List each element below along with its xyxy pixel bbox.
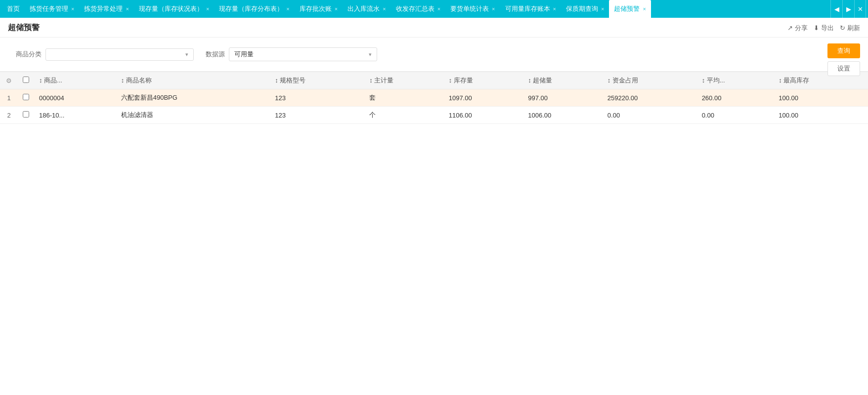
row-checkbox-cell: [18, 89, 34, 107]
export-icon: ⬇: [814, 24, 819, 32]
data-table: ⚙ ↕ 商品... ↕ 商品名称 ↕ 规格型号 ↕ 主计量: [0, 72, 868, 124]
column-stock-label: ↕ 库存量: [449, 77, 473, 84]
close-icon[interactable]: ×: [492, 6, 495, 12]
row-checkbox-cell: [18, 107, 34, 124]
datasource-filter: 数据源 可用量 ▾: [206, 47, 377, 61]
max-stock: 100.00: [774, 89, 868, 107]
column-stock[interactable]: ↕ 库存量: [444, 72, 523, 89]
column-product-code[interactable]: ↕ 商品...: [34, 72, 116, 89]
close-icon[interactable]: ×: [126, 6, 129, 12]
avg: 0.00: [697, 107, 774, 124]
datasource-label: 数据源: [206, 50, 225, 59]
nav-arrows: ◀ ▶ ✕: [830, 0, 866, 18]
close-icon[interactable]: ×: [643, 6, 646, 12]
filter-area: 商品分类 ▾ 数据源 可用量 ▾: [8, 41, 860, 67]
spec: 123: [270, 89, 364, 107]
share-icon: ↗: [787, 24, 793, 32]
nav-batch-account[interactable]: 库存批次账 ×: [295, 0, 343, 18]
row-checkbox[interactable]: [23, 111, 29, 118]
column-unit-label: ↕ 主计量: [369, 77, 393, 84]
over-stock: 1006.00: [523, 107, 603, 124]
column-spec-label: ↕ 规格型号: [275, 77, 305, 84]
nav-inout-flow[interactable]: 出入库流水 ×: [343, 0, 391, 18]
close-icon[interactable]: ×: [601, 6, 604, 12]
nav-order-stats[interactable]: 要货单统计表 ×: [445, 0, 500, 18]
page-title: 超储预警: [8, 23, 40, 33]
column-max-stock-label: ↕ 最高库存: [779, 77, 809, 84]
table-body: 1 0000004 六配套新昌490BPG 123 套 1097.00 997.…: [0, 89, 868, 124]
capital: 259220.00: [603, 89, 697, 107]
nav-close-arrow[interactable]: ✕: [854, 0, 866, 18]
avg: 260.00: [697, 89, 774, 107]
column-gear: ⚙: [0, 72, 18, 89]
gear-icon[interactable]: ⚙: [6, 77, 12, 84]
close-icon[interactable]: ×: [553, 6, 556, 12]
max-stock: 100.00: [774, 107, 868, 124]
close-icon[interactable]: ×: [206, 6, 209, 12]
category-filter: 商品分类 ▾: [16, 48, 194, 61]
top-nav: 首页 拣货任务管理 × 拣货异常处理 × 现存量（库存状况表） × 现存量（库存…: [0, 0, 868, 18]
column-avg[interactable]: ↕ 平均...: [697, 72, 774, 89]
nav-pick-exception[interactable]: 拣货异常处理 ×: [79, 0, 133, 18]
row-checkbox[interactable]: [23, 94, 29, 100]
product-name: 六配套新昌490BPG: [116, 89, 270, 107]
share-button[interactable]: ↗ 分享: [787, 24, 808, 33]
over-stock: 997.00: [523, 89, 603, 107]
column-unit[interactable]: ↕ 主计量: [364, 72, 444, 89]
nav-receive-summary[interactable]: 收发存汇总表 ×: [391, 0, 445, 18]
nav-pick-task[interactable]: 拣货任务管理 ×: [25, 0, 79, 18]
unit: 个: [364, 107, 444, 124]
column-capital-label: ↕ 资金占用: [608, 77, 638, 84]
column-spec[interactable]: ↕ 规格型号: [270, 72, 364, 89]
nav-stock-dist[interactable]: 现存量（库存分布表） ×: [214, 0, 294, 18]
nav-overstock-warning[interactable]: 超储预警 ×: [609, 0, 651, 18]
filter-row: 商品分类 ▾ 数据源 可用量 ▾ 查询 设置: [0, 38, 868, 72]
table-row: 1 0000004 六配套新昌490BPG 123 套 1097.00 997.…: [0, 89, 868, 107]
column-product-name[interactable]: ↕ 商品名称: [116, 72, 270, 89]
page-header: 超储预警 ↗ 分享 ⬇ 导出 ↻ 刷新: [0, 18, 868, 38]
settings-button[interactable]: 设置: [827, 61, 860, 76]
nav-quality-query[interactable]: 保质期查询 ×: [561, 0, 609, 18]
spec: 123: [270, 107, 364, 124]
datasource-select-value: 可用量: [234, 50, 254, 59]
category-label: 商品分类: [16, 50, 42, 59]
query-button[interactable]: 查询: [827, 43, 860, 58]
column-capital[interactable]: ↕ 资金占用: [603, 72, 697, 89]
close-icon[interactable]: ×: [286, 6, 289, 12]
column-over-stock-label: ↕ 超储量: [528, 77, 552, 84]
product-name: 机油滤清器: [116, 107, 270, 124]
column-avg-label: ↕ 平均...: [702, 77, 725, 84]
refresh-icon: ↻: [840, 24, 845, 32]
close-icon[interactable]: ×: [335, 6, 338, 12]
close-icon[interactable]: ×: [383, 6, 386, 12]
chevron-down-icon: ▾: [369, 51, 372, 58]
column-product-name-label: ↕ 商品名称: [121, 77, 152, 84]
row-number: 1: [0, 89, 18, 107]
nav-available-stock[interactable]: 可用量库存账本 ×: [500, 0, 561, 18]
stock: 1097.00: [444, 89, 523, 107]
row-number: 2: [0, 107, 18, 124]
product-code: 0000004: [34, 89, 116, 107]
close-icon[interactable]: ×: [437, 6, 440, 12]
nav-stock-status[interactable]: 现存量（库存状况表） ×: [134, 0, 214, 18]
page-content: 超储预警 ↗ 分享 ⬇ 导出 ↻ 刷新 商品分类 ▾: [0, 18, 868, 395]
category-select-value: [51, 51, 53, 58]
select-all-checkbox[interactable]: [23, 77, 29, 83]
table-row: 2 186-10... 机油滤清器 123 个 1106.00 1006.00 …: [0, 107, 868, 124]
refresh-button[interactable]: ↻ 刷新: [840, 24, 860, 33]
chevron-down-icon: ▾: [185, 51, 188, 58]
nav-home[interactable]: 首页: [2, 0, 25, 18]
column-checkbox: [18, 72, 34, 89]
column-over-stock[interactable]: ↕ 超储量: [523, 72, 603, 89]
product-code: 186-10...: [34, 107, 116, 124]
export-button[interactable]: ⬇ 导出: [814, 24, 834, 33]
category-select[interactable]: ▾: [45, 48, 194, 61]
column-product-code-label: ↕ 商品...: [39, 77, 62, 84]
close-icon[interactable]: ×: [71, 6, 74, 12]
table-header-row: ⚙ ↕ 商品... ↕ 商品名称 ↕ 规格型号 ↕ 主计量: [0, 72, 868, 89]
nav-right-arrow[interactable]: ▶: [842, 0, 854, 18]
datasource-select[interactable]: 可用量 ▾: [229, 47, 377, 61]
unit: 套: [364, 89, 444, 107]
capital: 0.00: [603, 107, 697, 124]
nav-left-arrow[interactable]: ◀: [830, 0, 842, 18]
